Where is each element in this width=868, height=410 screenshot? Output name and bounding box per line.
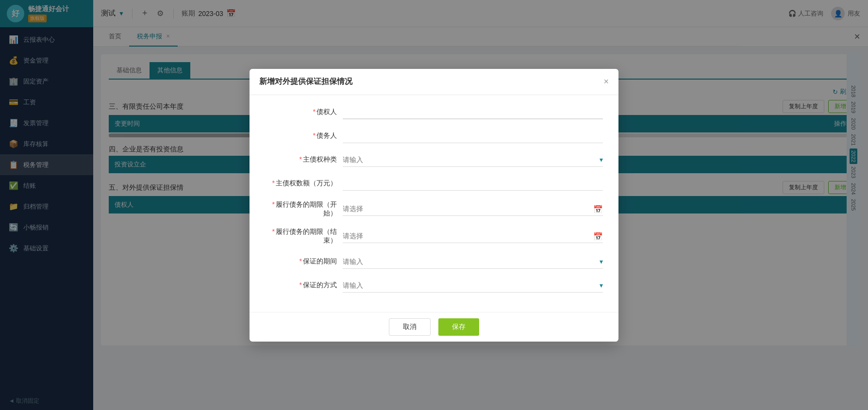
principal-debt-amount-label: *主债权数额（万元） bbox=[265, 179, 343, 188]
obligation-end-required: * bbox=[272, 228, 275, 235]
obligation-start-label-text: 履行债务的期限（开始） bbox=[276, 200, 337, 217]
dialog-title: 新增对外提供保证担保情况 bbox=[259, 77, 352, 87]
modal-overlay: 新增对外提供保证担保情况 × *债权人 *债务人 bbox=[0, 0, 868, 410]
obligation-start-required: * bbox=[272, 200, 275, 208]
guarantee-method-input[interactable] bbox=[343, 279, 603, 293]
obligation-end-control: 📅 bbox=[343, 229, 603, 243]
principal-debt-amount-input[interactable] bbox=[343, 177, 603, 191]
dialog: 新增对外提供保证担保情况 × *债权人 *债务人 bbox=[250, 69, 618, 342]
obligation-start-control: 📅 bbox=[343, 202, 603, 216]
form-row-creditor: *债权人 bbox=[265, 105, 603, 119]
principal-debt-type-control: ▾ bbox=[343, 153, 603, 167]
principal-debt-type-required: * bbox=[300, 155, 302, 163]
guarantee-period-label: *保证的期间 bbox=[265, 257, 343, 266]
principal-debt-amount-required: * bbox=[272, 179, 275, 187]
form-row-principal-debt-amount: *主债权数额（万元） bbox=[265, 177, 603, 191]
principal-debt-type-label: *主债权种类 bbox=[265, 155, 343, 164]
debtor-label-text: 债务人 bbox=[317, 131, 337, 139]
debtor-required-mark: * bbox=[313, 131, 316, 139]
creditor-label: *债权人 bbox=[265, 108, 343, 116]
guarantee-period-required: * bbox=[300, 257, 302, 265]
form-row-guarantee-method: *保证的方式 ▾ bbox=[265, 279, 603, 293]
obligation-start-label: *履行债务的期限（开始） bbox=[265, 200, 343, 218]
dialog-footer: 取消 保存 bbox=[250, 312, 618, 342]
form-row-debtor: *债务人 bbox=[265, 129, 603, 143]
form-row-obligation-end: *履行债务的期限（结束） 📅 bbox=[265, 228, 603, 245]
guarantee-period-label-text: 保证的期间 bbox=[303, 257, 337, 265]
save-button[interactable]: 保存 bbox=[438, 318, 479, 336]
principal-debt-type-label-text: 主债权种类 bbox=[303, 155, 337, 163]
guarantee-method-label: *保证的方式 bbox=[265, 281, 343, 290]
obligation-end-label-text: 履行债务的期限（结束） bbox=[276, 228, 337, 244]
obligation-start-input[interactable] bbox=[343, 202, 603, 216]
principal-debt-amount-control bbox=[343, 177, 603, 191]
form-row-guarantee-period: *保证的期间 ▾ bbox=[265, 255, 603, 269]
form-row-obligation-start: *履行债务的期限（开始） 📅 bbox=[265, 200, 603, 218]
guarantee-period-control: ▾ bbox=[343, 255, 603, 269]
guarantee-method-control: ▾ bbox=[343, 279, 603, 293]
form-row-principal-debt-type: *主债权种类 ▾ bbox=[265, 153, 603, 167]
principal-debt-type-input[interactable] bbox=[343, 153, 603, 167]
creditor-required-mark: * bbox=[313, 108, 316, 115]
guarantee-method-label-text: 保证的方式 bbox=[303, 281, 337, 289]
principal-debt-amount-label-text: 主债权数额（万元） bbox=[276, 179, 337, 187]
dialog-header: 新增对外提供保证担保情况 × bbox=[250, 69, 618, 95]
creditor-label-text: 债权人 bbox=[317, 108, 337, 115]
creditor-input[interactable] bbox=[343, 105, 603, 119]
creditor-control bbox=[343, 105, 603, 119]
obligation-end-label: *履行债务的期限（结束） bbox=[265, 228, 343, 245]
debtor-control bbox=[343, 129, 603, 143]
debtor-label: *债务人 bbox=[265, 131, 343, 140]
obligation-end-input[interactable] bbox=[343, 229, 603, 243]
dialog-body: *债权人 *债务人 *主债权种类 bbox=[250, 95, 618, 312]
debtor-input[interactable] bbox=[343, 129, 603, 143]
cancel-button[interactable]: 取消 bbox=[389, 318, 431, 336]
dialog-close-button[interactable]: × bbox=[603, 77, 609, 86]
guarantee-method-required: * bbox=[300, 281, 302, 289]
guarantee-period-input[interactable] bbox=[343, 255, 603, 269]
